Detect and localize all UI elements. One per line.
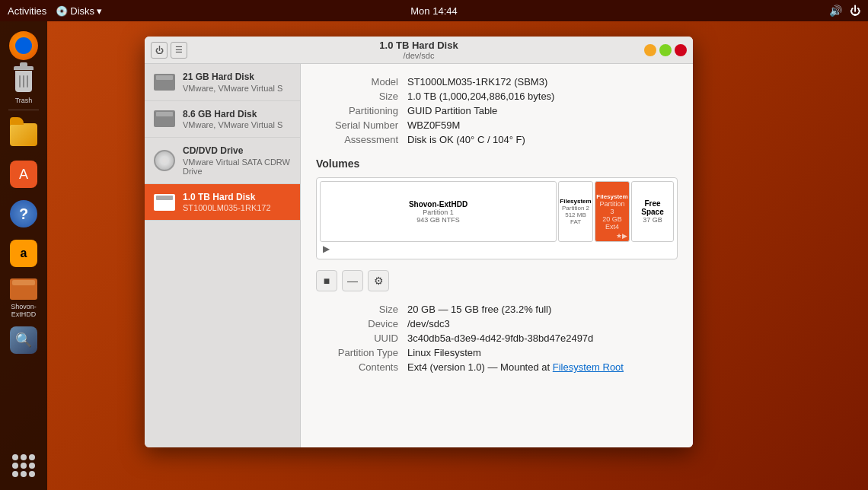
vol-segment-ext4[interactable]: Filesystem Partition 3 20 GB Ext4	[595, 181, 630, 242]
volumes-title: Volumes	[316, 158, 678, 170]
vol-size-value: 20 GB — 15 GB free (23.2% full)	[407, 304, 678, 315]
window-titlebar: ⏻ ☰ 1.0 TB Hard Disk /dev/sdc	[145, 37, 693, 64]
vol-detail-row-contents: Contents Ext4 (version 1.0) — Mounted at…	[316, 361, 678, 373]
magnifier-icon: 🔍	[8, 325, 39, 355]
window-maximize-button[interactable]	[659, 44, 672, 56]
shovon-exthdd-icon	[8, 275, 39, 303]
app-grid-icon	[8, 450, 39, 481]
filesystem-root-link[interactable]: Filesystem Root	[553, 361, 624, 373]
volume-detail-table: Size 20 GB — 15 GB free (23.2% full) Dev…	[316, 304, 678, 373]
size-value: 1.0 TB (1,000,204,886,016 bytes)	[407, 91, 678, 102]
launcher-item-amazon[interactable]: a	[5, 235, 42, 272]
vol-segment-ntfs[interactable]: Shovon-ExtHDD Partition 1 943 GB NTFS	[320, 181, 557, 242]
volumes-bar-container: Shovon-ExtHDD Partition 1 943 GB NTFS Fi…	[316, 177, 678, 259]
disk-icon-2	[154, 110, 175, 127]
vol-action-settings[interactable]: ⚙	[368, 270, 389, 291]
fat-label: Filesystem	[560, 198, 591, 205]
vol-partition-type-label: Partition Type	[316, 347, 407, 358]
launcher-item-shovon-exthdd[interactable]: Shovon- ExtHDD	[5, 275, 42, 319]
nav-arrow[interactable]: ▶	[323, 243, 330, 254]
disk-name-1: 21 GB Hard Disk	[183, 72, 282, 84]
window-power-button[interactable]: ⏻	[151, 42, 168, 59]
disk-icon-1	[154, 74, 175, 91]
disk-icon-4	[154, 194, 175, 211]
disk-name-4: 1.0 TB Hard Disk	[183, 192, 271, 204]
disk-sub-3: VMware Virtual SATA CDRW Drive	[183, 158, 291, 176]
window-title: 1.0 TB Hard Disk	[379, 40, 458, 51]
disks-menu[interactable]: 💿 Disks ▾	[56, 5, 102, 17]
top-bar: Activities 💿 Disks ▾ Mon 14:44 🔊 ⏻	[0, 0, 868, 21]
volume-actions: ■ — ⚙	[316, 267, 678, 294]
activities-button[interactable]: Activities	[8, 5, 46, 17]
ubuntu-software-icon: A	[8, 159, 39, 189]
ext4-sublabel: Partition 3	[598, 200, 627, 215]
vol-action-stop[interactable]: ■	[316, 270, 337, 291]
window-body: 21 GB Hard Disk VMware, VMware Virtual S…	[145, 64, 693, 447]
vol-segment-fat[interactable]: Filesystem Partition 2 512 MB FAT	[558, 181, 593, 242]
disks-app-label: Disks	[70, 5, 94, 17]
model-value: ST1000LM035-1RK172 (SBM3)	[407, 76, 678, 88]
launcher-item-magnifier[interactable]: 🔍	[5, 322, 42, 358]
disk-info-table: Model ST1000LM035-1RK172 (SBM3) Size 1.0…	[316, 76, 678, 145]
partitioning-label: Partitioning	[316, 105, 407, 116]
detail-row-serial: Serial Number WBZ0F59M	[316, 119, 678, 131]
vol-device-label: Device	[316, 318, 407, 329]
disk-list-item-2[interactable]: 8.6 GB Hard Disk VMware, VMware Virtual …	[145, 101, 300, 138]
firefox-icon	[8, 30, 39, 61]
vol-uuid-label: UUID	[316, 332, 407, 344]
disk-list-item-1[interactable]: 21 GB Hard Disk VMware, VMware Virtual S	[145, 64, 300, 101]
vol-detail-row-device: Device /dev/sdc3	[316, 318, 678, 329]
free-size: 37 GB	[643, 216, 662, 224]
ntfs-sublabel: Partition 1	[423, 208, 454, 216]
trash-label: Trash	[15, 97, 33, 105]
disk-detail-panel: Model ST1000LM035-1RK172 (SBM3) Size 1.0…	[301, 64, 693, 447]
fat-sublabel: Partition 2	[562, 205, 589, 212]
vol-detail-row-size: Size 20 GB — 15 GB free (23.2% full)	[316, 304, 678, 315]
launcher-item-firefox[interactable]	[5, 27, 42, 64]
vol-contents-value: Ext4 (version 1.0) — Mounted at Filesyst…	[407, 361, 678, 373]
ext4-size: 20 GB Ext4	[598, 215, 627, 231]
serial-label: Serial Number	[316, 119, 407, 131]
detail-row-partitioning: Partitioning GUID Partition Table	[316, 105, 678, 116]
window-close-controls	[644, 44, 687, 56]
window-minimize-button[interactable]	[644, 44, 656, 56]
top-bar-clock: Mon 14:44	[410, 5, 457, 17]
shovon-exthdd-label: Shovon- ExtHDD	[11, 304, 37, 319]
vol-action-delete[interactable]: —	[342, 270, 363, 291]
disk-name-2: 8.6 GB Hard Disk	[183, 109, 282, 121]
window-close-button[interactable]	[675, 44, 687, 56]
detail-row-size: Size 1.0 TB (1,000,204,886,016 bytes)	[316, 91, 678, 102]
fat-size: 512 MB FAT	[561, 212, 590, 225]
ntfs-size: 943 GB NTFS	[416, 216, 460, 224]
main-window: ⏻ ☰ 1.0 TB Hard Disk /dev/sdc 21 GB Hard	[145, 37, 693, 447]
assessment-label: Assessment	[316, 134, 407, 145]
disk-sub-2: VMware, VMware Virtual S	[183, 120, 282, 129]
free-label: Free Space	[634, 199, 671, 216]
vol-segment-free[interactable]: Free Space 37 GB	[631, 181, 674, 242]
volumes-bar-nav: ▶	[320, 242, 674, 256]
volumes-bar[interactable]: Shovon-ExtHDD Partition 1 943 GB NTFS Fi…	[320, 181, 674, 242]
assessment-value: Disk is OK (40° C / 104° F)	[407, 134, 678, 145]
launcher-item-ubuntu-software[interactable]: A	[5, 156, 42, 192]
disk-list-item-4[interactable]: 1.0 TB Hard Disk ST1000LM035-1RK172	[145, 184, 300, 221]
window-menu-button[interactable]: ☰	[171, 42, 187, 59]
power-icon[interactable]: ⏻	[850, 5, 860, 17]
disk-icon-3	[154, 150, 175, 171]
vol-contents-label: Contents	[316, 361, 407, 373]
help-icon: ?	[8, 199, 39, 229]
disk-list-item-3[interactable]: CD/DVD Drive VMware Virtual SATA CDRW Dr…	[145, 138, 300, 184]
launcher-item-trash[interactable]: Trash	[5, 67, 42, 103]
desktop: Trash A ? a	[0, 21, 868, 490]
launcher-item-help[interactable]: ?	[5, 196, 42, 232]
disk-list: 21 GB Hard Disk VMware, VMware Virtual S…	[145, 64, 301, 447]
launcher: Trash A ? a	[0, 21, 47, 490]
launcher-item-files[interactable]	[5, 116, 42, 153]
detail-row-model: Model ST1000LM035-1RK172 (SBM3)	[316, 76, 678, 88]
vol-size-label: Size	[316, 304, 407, 315]
ext4-label: Filesystem	[596, 193, 627, 200]
launcher-item-app-grid[interactable]	[5, 447, 42, 484]
vol-device-value: /dev/sdc3	[407, 318, 678, 329]
speaker-icon[interactable]: 🔊	[829, 5, 842, 17]
files-icon	[8, 119, 39, 150]
ntfs-label: Shovon-ExtHDD	[409, 200, 468, 208]
